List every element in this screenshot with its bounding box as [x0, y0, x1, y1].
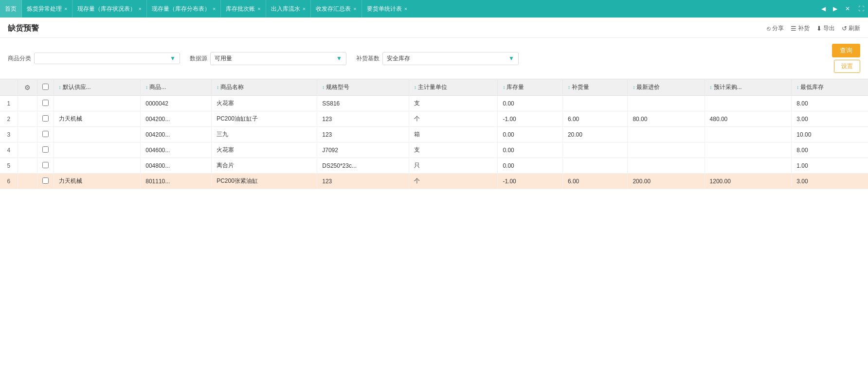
cell-inventory: 0.00: [498, 142, 563, 158]
sortable-default_supplier[interactable]: ↕ 默认供应...: [59, 83, 136, 91]
col-header-checkbox: [37, 79, 54, 96]
cell-replenish_qty: [562, 142, 628, 158]
share-icon: ⎋: [767, 25, 771, 32]
cell-unit: 箱: [409, 127, 498, 142]
col-header-min_inventory[interactable]: ↕ 最低库存: [792, 79, 868, 96]
data-source-select[interactable]: 可用量 ▼: [210, 52, 346, 65]
row-select-checkbox[interactable]: [42, 162, 49, 168]
tab-home[interactable]: 首页: [0, 0, 22, 18]
col-header-latest_price[interactable]: ↕ 最新进价: [628, 79, 705, 96]
sort-icon-min_inventory: ↕: [796, 85, 799, 90]
sortable-latest_price[interactable]: ↕ 最新进价: [633, 83, 699, 91]
table-body: 10000042火花塞SS816支0.008.002力天机械004200...P…: [0, 96, 868, 189]
row-select-checkbox[interactable]: [42, 131, 49, 137]
main-content: 缺货预警 ⎋ 分享 ☰ 补货 ⬇ 导出 ↺ 刷新 商品分类: [0, 18, 868, 387]
cell-spec_model: SS816: [317, 96, 409, 111]
tab-requisition-stat[interactable]: 要货单统计表×: [362, 0, 409, 18]
data-source-value: 可用量: [215, 54, 232, 63]
sort-icon-product_code: ↕: [145, 85, 148, 90]
tab-close-inventory-status[interactable]: ×: [138, 6, 141, 12]
export-btn[interactable]: ⬇ 导出: [816, 24, 835, 33]
tab-prev-btn[interactable]: ◀: [817, 0, 829, 18]
cell-min_inventory: 3.00: [792, 111, 868, 127]
cell-product_code: 004800...: [141, 158, 212, 174]
col-header-product_name[interactable]: ↕ 商品名称: [212, 79, 317, 96]
row-select-checkbox[interactable]: [42, 146, 49, 153]
row-select-checkbox[interactable]: [42, 100, 49, 106]
tab-inventory-status[interactable]: 现存量（库存状况表）×: [72, 0, 146, 18]
cell-inventory: 0.00: [498, 127, 563, 142]
col-header-settings: ⚙: [18, 79, 37, 96]
col-header-product_code[interactable]: ↕ 商品...: [141, 79, 212, 96]
cell-min_inventory: 10.00: [792, 127, 868, 142]
select-all-checkbox[interactable]: [42, 84, 49, 90]
sortable-spec_model[interactable]: ↕ 规格型号: [322, 83, 403, 91]
cell-product_code: 0000042: [141, 96, 212, 111]
tab-tai-exception[interactable]: 炼货异常处理×: [22, 0, 72, 18]
sortable-unit[interactable]: ↕ 主计量单位: [414, 83, 493, 91]
tab-recv-summary[interactable]: 收发存汇总表×: [311, 0, 362, 18]
sortable-inventory[interactable]: ↕ 库存量: [503, 83, 558, 91]
tab-bar: 首页炼货异常处理×现存量（库存状况表）×现存量（库存分布表）×库存批次账×出入库…: [0, 0, 868, 18]
tab-inventory-dist[interactable]: 现存量（库存分布表）×: [147, 0, 221, 18]
query-button[interactable]: 查询: [832, 44, 860, 57]
cell-min_inventory: 1.00: [792, 158, 868, 174]
col-header-replenish_qty[interactable]: ↕ 补货量: [562, 79, 628, 96]
cell-inventory: -1.00: [498, 111, 563, 127]
product-category-select[interactable]: ▼: [34, 53, 180, 64]
row-settings: [18, 158, 37, 174]
cell-min_inventory: 8.00: [792, 142, 868, 158]
row-num: 2: [0, 111, 18, 127]
col-header-est_purchase[interactable]: ↕ 预计采购...: [705, 79, 792, 96]
tab-close-requisition-stat[interactable]: ×: [404, 6, 407, 12]
cell-replenish_qty: 6.00: [562, 111, 628, 127]
sortable-replenish_qty[interactable]: ↕ 补货量: [568, 83, 623, 91]
tab-next-btn[interactable]: ▶: [829, 0, 841, 18]
col-header-default_supplier[interactable]: ↕ 默认供应...: [54, 79, 141, 96]
row-num: 4: [0, 142, 18, 158]
sortable-min_inventory[interactable]: ↕ 最低库存: [796, 83, 863, 91]
tab-expand-btn[interactable]: ⛶: [854, 0, 868, 18]
refresh-icon: ↺: [842, 25, 847, 32]
replenish-basis-select[interactable]: 安全库存 ▼: [382, 52, 519, 65]
tab-close-recv-summary[interactable]: ×: [353, 6, 356, 12]
refresh-btn[interactable]: ↺ 刷新: [842, 24, 860, 33]
tab-close-batch-account[interactable]: ×: [257, 6, 260, 12]
sortable-est_purchase[interactable]: ↕ 预计采购...: [710, 83, 787, 91]
col-header-spec_model[interactable]: ↕ 规格型号: [317, 79, 409, 96]
row-settings: [18, 111, 37, 127]
row-checkbox: [37, 96, 54, 111]
row-settings: [18, 174, 37, 189]
cell-spec_model: 123: [317, 174, 409, 189]
replenish-btn[interactable]: ☰ 补货: [791, 24, 810, 33]
cell-est_purchase: [705, 158, 792, 174]
cell-est_purchase: [705, 142, 792, 158]
col-header-unit[interactable]: ↕ 主计量单位: [409, 79, 498, 96]
settings-gear-icon[interactable]: ⚙: [24, 84, 31, 91]
settings-button[interactable]: 设置: [834, 60, 860, 73]
sortable-product_code[interactable]: ↕ 商品...: [145, 83, 206, 91]
page-title: 缺货预警: [8, 23, 39, 34]
tab-inout-flow[interactable]: 出入库流水×: [266, 0, 311, 18]
table-row: 3004200...三九123箱0.0020.0010.00: [0, 127, 868, 142]
row-select-checkbox[interactable]: [42, 177, 49, 184]
col-header-inventory[interactable]: ↕ 库存量: [498, 79, 563, 96]
row-settings: [18, 142, 37, 158]
cell-replenish_qty: [562, 158, 628, 174]
sort-icon-unit: ↕: [414, 85, 416, 90]
tab-close-tai-exception[interactable]: ×: [64, 6, 67, 12]
tab-batch-account[interactable]: 库存批次账×: [221, 0, 266, 18]
table-row: 4004600...火花塞J7092支0.008.00: [0, 142, 868, 158]
header-actions: ⎋ 分享 ☰ 补货 ⬇ 导出 ↺ 刷新: [767, 24, 860, 33]
sortable-product_name[interactable]: ↕ 商品名称: [217, 83, 312, 91]
tab-close-all-btn[interactable]: ✕: [841, 0, 854, 18]
cell-latest_price: [628, 158, 705, 174]
row-checkbox: [37, 174, 54, 189]
share-btn[interactable]: ⎋ 分享: [767, 24, 784, 33]
row-select-checkbox[interactable]: [42, 115, 49, 122]
cell-inventory: 0.00: [498, 96, 563, 111]
product-category-label: 商品分类: [8, 54, 31, 63]
tab-close-inout-flow[interactable]: ×: [303, 6, 306, 12]
tab-close-inventory-dist[interactable]: ×: [213, 6, 216, 12]
sort-icon-product_name: ↕: [217, 85, 219, 90]
